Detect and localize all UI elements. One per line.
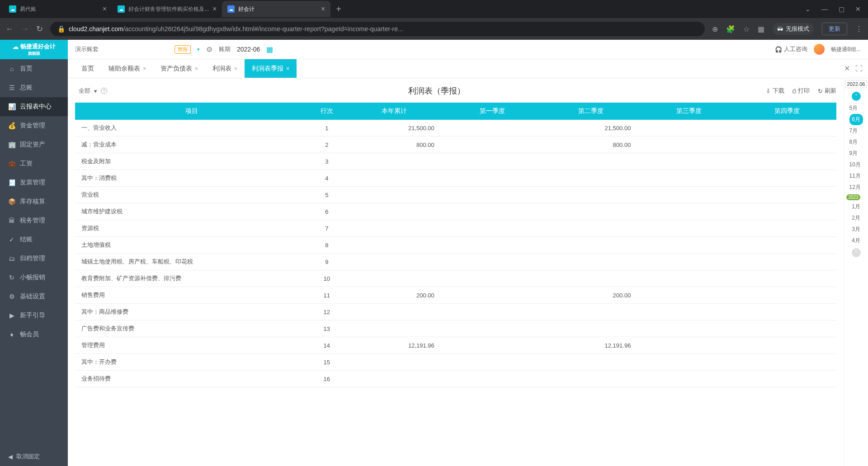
new-tab-button[interactable]: + — [330, 4, 347, 14]
help-icon[interactable]: ? — [101, 88, 107, 94]
filter-dropdown[interactable]: 全部 ▾ ? — [75, 87, 107, 95]
rail-scroll-up[interactable]: ˄ — [852, 92, 861, 101]
tab-close-icon[interactable]: × — [234, 66, 237, 72]
table-cell: 200.00 — [345, 287, 443, 304]
tab-close-icon[interactable]: × — [143, 66, 146, 72]
sidebar-item[interactable]: ↻小畅报销 — [0, 268, 68, 287]
table-row[interactable]: 税金及附加3 — [75, 153, 836, 170]
table-row[interactable]: 一、营业收入121,500.0021,500.00 — [75, 120, 836, 137]
table-row[interactable]: 其中：消费税4 — [75, 170, 836, 187]
extensions-icon[interactable]: 🧩 — [726, 25, 735, 33]
table-row[interactable]: 广告费和业务宣传费13 — [75, 320, 836, 337]
sidebar-item[interactable]: 🏛税务管理 — [0, 211, 68, 230]
sidebar-item[interactable]: 📊云报表中心 — [0, 97, 68, 116]
sidebar-item[interactable]: ☰总账 — [0, 78, 68, 97]
page-tab[interactable]: 利润表季报× — [245, 59, 297, 78]
avatar[interactable] — [814, 44, 825, 55]
tab-close-icon[interactable]: × — [212, 5, 217, 13]
rail-month[interactable]: 7月 — [849, 125, 863, 137]
window-minimize-icon[interactable]: — — [821, 5, 828, 13]
page-tab[interactable]: 辅助余额表× — [101, 59, 153, 78]
sidebar-item[interactable]: ✓结账 — [0, 230, 68, 249]
sidebar-item[interactable]: 💼工资 — [0, 154, 68, 173]
table-row[interactable]: 资源税7 — [75, 220, 836, 237]
table-cell — [345, 320, 443, 337]
reload-button[interactable]: ↻ — [36, 24, 43, 34]
browser-tab[interactable]: ☁好会计× — [222, 1, 330, 17]
rail-month[interactable]: 4月 — [852, 235, 860, 246]
page-tab[interactable]: 资产负债表× — [153, 59, 205, 78]
browser-tab[interactable]: ☁好会计财务管理软件购买价格及...× — [112, 1, 222, 17]
table-cell — [542, 371, 640, 387]
settings-gear-icon[interactable]: ⚙ — [206, 45, 212, 54]
sidebar-item[interactable]: ⌂首页 — [0, 59, 68, 78]
sidebar-item[interactable]: ▶新手引导 — [0, 306, 68, 325]
sidebar-item[interactable]: ⚙基础设置 — [0, 287, 68, 306]
sidebar-item[interactable]: 🧾发票管理 — [0, 173, 68, 192]
rail-month[interactable]: 2月 — [852, 212, 860, 224]
sidebar-item[interactable]: ♦畅会员 — [0, 325, 68, 344]
rail-month[interactable]: 1月 — [852, 201, 860, 212]
browser-tab[interactable]: ☁易代账× — [4, 1, 112, 17]
username[interactable]: 畅捷通B组... — [831, 46, 861, 53]
table-row[interactable]: 业务招待费16 — [75, 371, 836, 387]
tab-close-icon[interactable]: × — [195, 66, 198, 72]
table-row[interactable]: 其中：商品维修费12 — [75, 304, 836, 320]
rail-month[interactable]: 6月 — [849, 114, 863, 125]
menu-icon[interactable]: ⋮ — [855, 25, 863, 33]
sidebar-item[interactable]: 📦库存核算 — [0, 192, 68, 211]
fullscreen-icon[interactable]: ⛶ — [855, 65, 863, 73]
table-header: 项目 — [75, 103, 308, 120]
report-table-scroll[interactable]: 项目行次本年累计第一季度第二季度第三季度第四季度 一、营业收入121,500.0… — [75, 103, 836, 466]
rail-month[interactable]: 9月 — [849, 148, 863, 159]
tab-close-icon[interactable]: × — [286, 66, 289, 72]
logo[interactable]: ☁畅捷通好会计 旗舰版 — [0, 40, 68, 59]
update-button[interactable]: 更新 — [822, 23, 847, 35]
window-close-icon[interactable]: ✕ — [855, 5, 861, 13]
bookmark-icon[interactable]: ☆ — [743, 25, 750, 33]
tab-close-icon[interactable]: × — [103, 5, 107, 13]
table-row[interactable]: 管理费用1412,191.9612,191.96 — [75, 337, 836, 354]
rail-scroll-down[interactable]: ˅ — [852, 248, 861, 257]
address-bar[interactable]: 🔒 cloud2.chanjet.com/accounting/uh26t264… — [50, 22, 705, 36]
rail-year-label[interactable]: 2022.06 — [845, 80, 868, 88]
refresh-button[interactable]: ↻刷新 — [818, 87, 836, 95]
sidebar-unpin[interactable]: ◀ 取消固定 — [0, 447, 68, 466]
profile-icon[interactable]: ▦ — [758, 25, 764, 33]
help-link[interactable]: 🎧 人工咨询 — [775, 45, 807, 53]
page-tab[interactable]: 首页 — [74, 59, 101, 78]
calendar-icon[interactable]: ▦ — [266, 45, 273, 54]
table-row[interactable]: 城镇土地使用税、房产税、车船税、印花税9 — [75, 254, 836, 270]
rail-month[interactable]: 5月 — [849, 103, 863, 114]
page-tab[interactable]: 利润表× — [205, 59, 245, 78]
download-button[interactable]: ⇩下载 — [766, 87, 784, 95]
zoom-icon[interactable]: ⊕ — [712, 25, 718, 33]
rail-month[interactable]: 8月 — [849, 137, 863, 148]
sidebar-item[interactable]: 🗂归档管理 — [0, 249, 68, 268]
close-all-tabs-icon[interactable]: ✕ — [844, 64, 850, 73]
disable-badge[interactable]: 禁用 — [175, 45, 191, 54]
sidebar-item[interactable]: 💰资金管理 — [0, 116, 68, 135]
table-row[interactable]: 城市维护建设税6 — [75, 203, 836, 220]
table-row[interactable]: 营业税5 — [75, 187, 836, 203]
badge-caret-icon[interactable]: ▾ — [197, 47, 200, 52]
period-value[interactable]: 2022-06 — [237, 46, 260, 53]
rail-month[interactable]: 11月 — [849, 170, 863, 182]
rail-month[interactable]: 3月 — [852, 224, 860, 235]
account-name[interactable]: 演示账套 — [75, 45, 99, 53]
sidebar-item[interactable]: 🏢固定资产 — [0, 135, 68, 154]
table-row[interactable]: 减：营业成本2800.00800.00 — [75, 137, 836, 153]
table-row[interactable]: 销售费用11200.00200.00 — [75, 287, 836, 304]
rail-month[interactable]: 10月 — [849, 159, 863, 170]
tab-close-icon[interactable]: × — [321, 5, 325, 13]
address-bar-row: ← → ↻ 🔒 cloud2.chanjet.com/accounting/uh… — [0, 18, 868, 40]
window-maximize-icon[interactable]: ▢ — [839, 5, 844, 13]
back-button[interactable]: ← — [5, 24, 14, 34]
table-row[interactable]: 土地增值税8 — [75, 237, 836, 254]
rail-month[interactable]: 12月 — [849, 182, 863, 193]
print-button[interactable]: ⎙打印 — [793, 87, 810, 95]
table-row[interactable]: 其中：开办费15 — [75, 354, 836, 371]
table-row[interactable]: 教育费附加、矿产资源补偿费、排污费10 — [75, 270, 836, 287]
window-caret-icon[interactable]: ⌄ — [805, 5, 811, 13]
forward-button[interactable]: → — [21, 24, 29, 34]
